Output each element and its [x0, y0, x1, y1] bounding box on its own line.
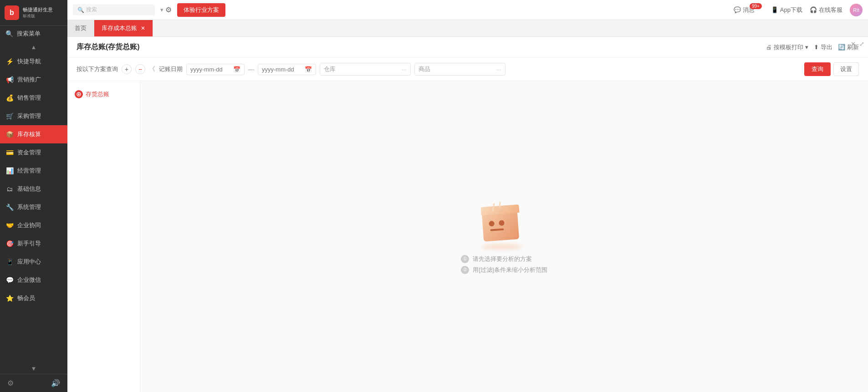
sidebar-search-label: 搜索菜单 [17, 30, 41, 38]
sidebar-item-marketing[interactable]: 📢 营销推广 [0, 71, 67, 89]
operation-icon: 📊 [5, 167, 14, 174]
filter-panel: 存货总账 [67, 81, 140, 392]
basic-icon: 🗂 [5, 185, 14, 193]
sidebar-item-label: 营销推广 [17, 76, 62, 84]
headset-icon: 🎧 [810, 6, 817, 13]
sidebar-nav: ⚡ 快捷导航 📢 营销推广 💰 销售管理 🛒 采购管理 📦 库存核算 💳 资金管… [0, 52, 67, 363]
sidebar-item-label: 快捷导航 [17, 57, 62, 66]
sidebar: b 畅捷通好生意 标准版 🔍 搜索菜单 ▲ ⚡ 快捷导航 📢 营销推广 💰 销售… [0, 0, 67, 392]
inventory-ledger-label: 存货总账 [86, 90, 109, 98]
system-icon: 🔧 [5, 204, 14, 211]
main-area: 🔍 搜索 ▾ ⚙ 体验行业方案 💬 消息 99+ 📱 App下载 🎧 在线客服 [67, 0, 868, 392]
app-center-icon: 📱 [5, 258, 14, 265]
filter-collapse-icon[interactable]: 《 [149, 65, 155, 73]
sidebar-item-quick-nav[interactable]: ⚡ 快捷导航 [0, 52, 67, 71]
date-label: 记账日期 [159, 65, 183, 73]
date-separator: — [248, 66, 254, 73]
sidebar-item-label: 销售管理 [17, 94, 62, 102]
resize-panel-icon[interactable]: ⤢ [859, 41, 864, 47]
avatar: Rit [850, 4, 863, 16]
body-area: 存货总账 [67, 81, 868, 392]
sidebar-scroll-down[interactable]: ▼ [0, 363, 67, 374]
sidebar-item-system[interactable]: 🔧 系统管理 [0, 198, 67, 216]
sidebar-item-wechat[interactable]: 💬 企业微信 [0, 271, 67, 289]
content-body: ① 请先选择要分析的方案 ② 用[过滤]条件来缩小分析范围 [140, 81, 868, 392]
sidebar-scroll-up[interactable]: ▲ [0, 41, 67, 52]
messages-btn[interactable]: 💬 消息 99+ [734, 6, 755, 14]
finance-icon: 💳 [5, 149, 14, 156]
user-menu[interactable]: Rit [850, 4, 863, 16]
tab-home-label: 首页 [75, 24, 87, 32]
chevron-down-icon: ▾ [805, 44, 808, 51]
goods-select[interactable]: 商品 ··· [414, 63, 505, 76]
sidebar-item-basic[interactable]: 🗂 基础信息 [0, 180, 67, 198]
sidebar-logo: b 畅捷通好生意 标准版 [0, 0, 67, 26]
industry-btn[interactable]: 体验行业方案 [177, 3, 225, 17]
topbar-left: 🔍 搜索 ▾ ⚙ 体验行业方案 [73, 3, 734, 17]
sidebar-item-label: 库存核算 [17, 130, 62, 138]
print-btn[interactable]: 🖨 按模板打印 ▾ [766, 43, 808, 51]
sidebar-item-cooperation[interactable]: 🤝 企业协同 [0, 216, 67, 234]
settings-btn[interactable]: 设置 [833, 62, 859, 76]
svg-point-1 [78, 93, 80, 95]
step-2-circle: ② [461, 266, 469, 274]
tabbar: 首页 库存成本总账 ✕ [67, 20, 868, 37]
topbar-settings-icon[interactable]: ⚙ [165, 5, 172, 14]
goods-more-icon: ··· [496, 66, 501, 73]
sidebar-item-member[interactable]: ⭐ 畅会员 [0, 289, 67, 307]
date-end-input[interactable]: 📅 [258, 64, 316, 75]
sidebar-item-operation[interactable]: 📊 经营管理 [0, 162, 67, 180]
empty-illustration [475, 199, 534, 249]
sidebar-item-guide[interactable]: 🎯 新手引导 [0, 234, 67, 253]
sidebar-item-app-center[interactable]: 📱 应用中心 [0, 253, 67, 271]
audio-icon[interactable]: 🔊 [51, 379, 60, 387]
tab-home[interactable]: 首页 [67, 20, 94, 36]
step-1-circle: ① [461, 255, 469, 263]
date-end-field[interactable] [262, 66, 303, 73]
print-label: 按模板打印 [774, 43, 803, 51]
sidebar-item-inventory[interactable]: 📦 库存核算 [0, 125, 67, 143]
sidebar-item-label: 资金管理 [17, 148, 62, 157]
calendar-icon: 📅 [233, 66, 240, 73]
filter-bar: 按以下方案查询 + − 《 记账日期 📅 — 📅 仓库 ··· 商品 ··· [67, 58, 868, 81]
messages-badge: 99+ [750, 3, 762, 9]
date-start-field[interactable] [190, 66, 231, 73]
sidebar-item-label: 经营管理 [17, 167, 62, 175]
date-start-input[interactable]: 📅 [186, 64, 245, 75]
warehouse-select[interactable]: 仓库 ··· [320, 63, 411, 76]
close-panel-icon[interactable]: ✕ [851, 41, 856, 47]
inventory-icon: 📦 [5, 131, 14, 138]
tab-inventory-cost[interactable]: 库存成本总账 ✕ [94, 20, 153, 36]
sidebar-item-sales[interactable]: 💰 销售管理 [0, 89, 67, 107]
tab-inventory-cost-label: 库存成本总账 [102, 24, 137, 32]
wechat-icon: 💬 [5, 276, 14, 284]
marketing-icon: 📢 [5, 76, 14, 83]
empty-text: ① 请先选择要分析的方案 ② 用[过滤]条件来缩小分析范围 [461, 255, 547, 274]
export-label: 导出 [821, 43, 832, 51]
online-service-label: 在线客服 [819, 6, 842, 14]
chevron-down-icon[interactable]: ▾ [160, 6, 163, 13]
step-2-text: 用[过滤]条件来缩小分析范围 [473, 266, 547, 274]
sidebar-item-finance[interactable]: 💳 资金管理 [0, 143, 67, 162]
goods-label: 商品 [419, 65, 495, 73]
sidebar-search[interactable]: 🔍 搜索菜单 [0, 26, 67, 41]
filter-minus-btn[interactable]: − [135, 64, 145, 74]
page-header: 库存总账(存货总账) 🖨 按模板打印 ▾ ⬆ 导出 🔄 刷新 ✕ ⤢ [67, 37, 868, 58]
sidebar-item-label: 企业微信 [17, 276, 62, 284]
warehouse-more-icon: ··· [402, 66, 407, 73]
topbar-search-box[interactable]: 🔍 搜索 [73, 4, 155, 15]
search-icon: 🔍 [77, 7, 84, 13]
app-download-btn[interactable]: 📱 App下载 [771, 6, 802, 14]
online-service-btn[interactable]: 🎧 在线客服 [810, 6, 842, 14]
export-btn[interactable]: ⬆ 导出 [814, 43, 832, 51]
query-btn[interactable]: 查询 [804, 62, 831, 76]
filter-add-btn[interactable]: + [122, 64, 132, 74]
tab-close-icon[interactable]: ✕ [141, 25, 145, 31]
settings-icon[interactable]: ⚙ [7, 379, 14, 387]
topbar-right: 💬 消息 99+ 📱 App下载 🎧 在线客服 Rit [734, 4, 863, 16]
sidebar-item-label: 应用中心 [17, 258, 62, 266]
logo-icon: b [5, 5, 19, 20]
filter-panel-item-inventory-ledger[interactable]: 存货总账 [67, 87, 140, 102]
logo-badge: 标准版 [23, 13, 53, 19]
sidebar-item-purchase[interactable]: 🛒 采购管理 [0, 107, 67, 125]
